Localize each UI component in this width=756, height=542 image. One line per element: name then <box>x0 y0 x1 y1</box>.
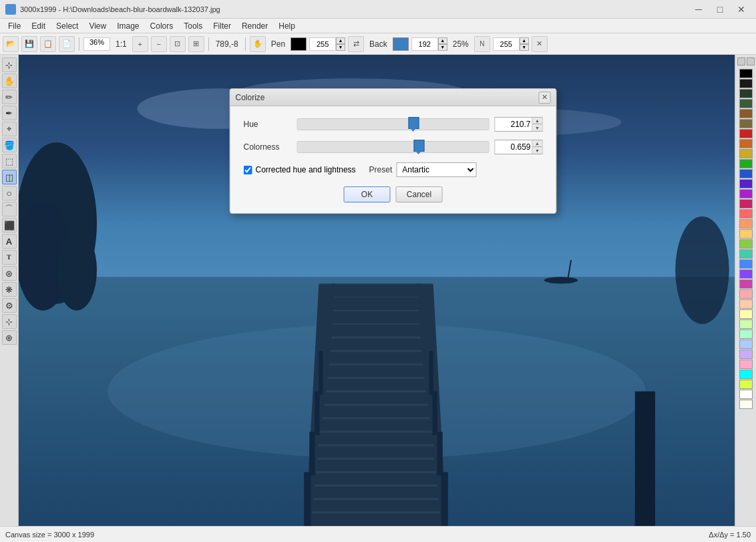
cancel-button[interactable]: Cancel <box>396 186 443 202</box>
palette-color-off-white[interactable] <box>739 400 753 409</box>
palette-color-pale-green[interactable] <box>739 319 753 329</box>
palette-color-violet[interactable] <box>739 189 753 198</box>
deform-button[interactable]: ⊹ <box>2 314 17 329</box>
minimize-button[interactable]: ─ <box>689 3 708 16</box>
ok-button[interactable]: OK <box>344 186 391 202</box>
copy-button[interactable]: 📋 <box>40 36 56 52</box>
palette-color-5[interactable] <box>739 119 753 128</box>
palette-color-2[interactable] <box>739 89 753 98</box>
back-value-input[interactable] <box>411 37 438 51</box>
grid-button[interactable]: ⊞ <box>188 36 204 52</box>
palette-color-white[interactable] <box>739 390 753 399</box>
pencil-tool-button[interactable]: ✏ <box>2 90 17 104</box>
colorness-slider-track[interactable] <box>297 141 490 153</box>
palette-color-pale-yellow[interactable] <box>739 309 753 319</box>
colorness-spinbox[interactable]: ▲ ▼ <box>495 140 543 154</box>
maximize-button[interactable]: □ <box>711 3 729 16</box>
back-value-up[interactable]: ▲ <box>438 37 447 44</box>
palette-color-peach[interactable] <box>739 219 753 229</box>
menu-file[interactable]: File <box>3 19 26 33</box>
text-tool-button[interactable]: A <box>2 234 17 249</box>
palette-color-orange[interactable] <box>739 139 753 148</box>
menu-edit[interactable]: Edit <box>26 19 51 33</box>
stamp-tool-button[interactable]: ⊛ <box>2 266 17 281</box>
pen-size-spinbox[interactable]: ▲ ▼ <box>493 37 529 51</box>
colorness-up-button[interactable]: ▲ <box>533 140 542 147</box>
color-picker-button[interactable]: ⌖ <box>2 122 17 136</box>
select-ellipse-button[interactable]: ○ <box>2 186 17 200</box>
pen-value-spinbox[interactable]: ▲ ▼ <box>309 37 345 51</box>
palette-color-purple[interactable] <box>739 269 753 279</box>
hue-value-input[interactable] <box>496 118 532 131</box>
zoom-out-button[interactable]: − <box>151 36 167 52</box>
back-value-down[interactable]: ▼ <box>438 44 447 51</box>
palette-color-green[interactable] <box>739 159 753 168</box>
close-button[interactable]: ✕ <box>732 3 751 16</box>
hand-icon[interactable]: ✋ <box>250 36 266 52</box>
palette-color-pale-orange[interactable] <box>739 299 753 309</box>
palette-color-black[interactable] <box>739 69 753 78</box>
pen-color-box[interactable] <box>291 37 307 51</box>
colorness-down-button[interactable]: ▼ <box>533 147 542 154</box>
hue-slider-track[interactable] <box>297 118 490 130</box>
palette-color-magenta[interactable] <box>739 279 753 289</box>
back-value-spinbox[interactable]: ▲ ▼ <box>411 37 447 51</box>
hue-spinbox[interactable]: ▲ ▼ <box>495 117 543 132</box>
pen-size-up[interactable]: ▲ <box>520 37 529 44</box>
palette-view-button[interactable] <box>747 57 755 65</box>
dialog-close-button[interactable]: ✕ <box>539 92 551 104</box>
swap-colors-button[interactable]: ⇄ <box>348 36 364 52</box>
menu-tools[interactable]: Tools <box>178 19 208 33</box>
hand-tool-button[interactable]: ✋ <box>2 74 17 88</box>
text-style-button[interactable]: 𝐓 <box>2 250 17 265</box>
pen-size-input[interactable] <box>493 37 520 51</box>
colorness-value-input[interactable] <box>496 140 532 154</box>
zoom-fit-button[interactable]: ⊡ <box>170 36 186 52</box>
palette-color-pale-red[interactable] <box>739 289 753 299</box>
pen-value-down[interactable]: ▼ <box>336 44 345 51</box>
blur-tool-button[interactable]: ⊕ <box>2 330 17 345</box>
palette-color-light-yellow[interactable] <box>739 229 753 239</box>
zoom-display[interactable]: 36% <box>83 37 110 51</box>
menu-colors[interactable]: Colors <box>145 19 179 33</box>
palette-color-teal[interactable] <box>739 249 753 259</box>
corrected-checkbox[interactable] <box>244 166 252 174</box>
palette-color-pale-pink[interactable] <box>739 360 753 369</box>
palette-color-red[interactable] <box>739 129 753 138</box>
palette-color-yellow[interactable] <box>739 149 753 158</box>
lasso-tool-button[interactable]: ⌒ <box>2 202 17 217</box>
paste-button[interactable]: 📄 <box>59 36 75 52</box>
palette-color-light-red[interactable] <box>739 209 753 219</box>
hue-up-button[interactable]: ▲ <box>533 118 542 124</box>
transform-button[interactable]: ⚙ <box>2 298 17 313</box>
pen-value-up[interactable]: ▲ <box>336 37 345 44</box>
rect-draw-button[interactable]: ⬛ <box>2 218 17 233</box>
menu-render[interactable]: Render <box>236 19 273 33</box>
menu-view[interactable]: View <box>83 19 112 33</box>
palette-color-cyan[interactable] <box>739 370 753 379</box>
palette-color-1[interactable] <box>739 79 753 88</box>
open-button[interactable]: 📂 <box>3 36 19 52</box>
menu-select[interactable]: Select <box>51 19 83 33</box>
clear-button[interactable]: ✕ <box>532 36 548 52</box>
hue-down-button[interactable]: ▼ <box>533 124 542 131</box>
back-color-box[interactable] <box>393 37 409 51</box>
eraser-tool-button[interactable]: ⬚ <box>2 154 17 168</box>
menu-filter[interactable]: Filter <box>208 19 236 33</box>
palette-color-yellow-green[interactable] <box>739 239 753 249</box>
palette-color-pale-blue[interactable] <box>739 340 753 349</box>
menu-image[interactable]: Image <box>112 19 144 33</box>
palette-color-4[interactable] <box>739 109 753 118</box>
arrow-tool-button[interactable]: ⊹ <box>2 57 17 72</box>
palette-color-pale-teal[interactable] <box>739 329 753 339</box>
hue-slider-thumb[interactable] <box>408 117 417 132</box>
palette-menu-button[interactable] <box>737 57 745 65</box>
preset-dropdown[interactable]: Antartic Default Warm Cool Vintage Custo… <box>396 162 476 177</box>
palette-color-lime[interactable] <box>739 380 753 389</box>
select-rect-button[interactable]: ◫ <box>2 170 17 184</box>
pen-value-input[interactable] <box>309 37 336 51</box>
palette-color-pink[interactable] <box>739 199 753 209</box>
heal-tool-button[interactable]: ❋ <box>2 282 17 297</box>
pen-tool-button[interactable]: ✒ <box>2 106 17 120</box>
zoom-in-button[interactable]: + <box>132 36 148 52</box>
